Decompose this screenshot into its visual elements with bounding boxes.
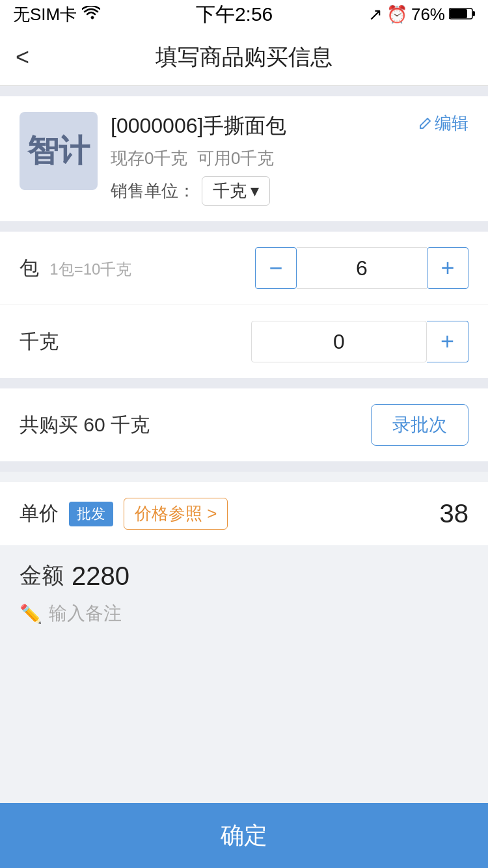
status-right: ↗ ⏰ 76% <box>368 5 475 25</box>
total-text: 共购买 60 千克 <box>20 412 150 439</box>
summary-row: 共购买 60 千克 录批次 <box>0 388 488 461</box>
bag-qty-input[interactable] <box>297 247 427 289</box>
product-unit-row: 销售单位： 千克 ▾ <box>111 176 468 206</box>
price-label: 单价 <box>20 500 59 527</box>
battery-text: 76% <box>411 5 445 25</box>
mid-divider2 <box>0 378 488 388</box>
product-stock: 现存0千克 可用0千克 <box>111 147 468 170</box>
bag-label: 包 1包=10千克 <box>20 255 255 282</box>
confirm-label: 确定 <box>221 820 267 852</box>
kg-qty-control: + <box>251 321 468 362</box>
kg-plus-button[interactable]: + <box>427 321 468 362</box>
confirm-button[interactable]: 确定 <box>0 803 488 868</box>
pencil-icon: ✏️ <box>20 603 42 625</box>
status-time: 下午2:56 <box>196 1 273 28</box>
chevron-down-icon: ▾ <box>251 181 259 201</box>
bag-qty-control: − + <box>255 247 468 289</box>
kg-label: 千克 <box>20 329 251 355</box>
kg-qty-input[interactable] <box>251 321 427 362</box>
kg-row: 千克 + <box>0 305 488 378</box>
product-image: 智计 <box>20 112 98 190</box>
mid-divider3 <box>0 461 488 472</box>
bag-input-section: 包 1包=10千克 − + 千克 + <box>0 232 488 378</box>
svg-rect-2 <box>450 9 467 18</box>
battery-icon <box>449 5 475 25</box>
remark-placeholder: 输入备注 <box>49 601 122 626</box>
product-card: 智计 [0000006]手撕面包 编辑 现存0千克 可用0千克 销售单位： 千克… <box>0 96 488 221</box>
status-bar: 无SIM卡 下午2:56 ↗ ⏰ 76% <box>0 0 488 29</box>
edit-button[interactable]: 编辑 <box>418 112 468 135</box>
nav-bar: < 填写商品购买信息 <box>0 29 488 86</box>
product-header: [0000006]手撕面包 编辑 <box>111 112 468 141</box>
amount-section: 金额 2280 ✏️ 输入备注 <box>0 545 488 636</box>
page-title: 填写商品购买信息 <box>156 42 332 72</box>
alarm-icon: ⏰ <box>386 5 407 25</box>
batch-button[interactable]: 录批次 <box>371 404 468 446</box>
carrier-text: 无SIM卡 <box>13 3 77 26</box>
price-value: 38 <box>440 499 469 528</box>
back-button[interactable]: < <box>16 44 29 71</box>
amount-value: 2280 <box>72 562 129 591</box>
wifi-icon <box>82 5 100 25</box>
status-left: 无SIM卡 <box>13 3 100 26</box>
price-ref-button[interactable]: 价格参照 > <box>124 498 228 530</box>
svg-rect-1 <box>472 11 475 16</box>
amount-label: 金额 <box>20 561 64 591</box>
product-name: [0000006]手撕面包 <box>111 112 418 141</box>
product-logo: 智计 <box>27 130 90 172</box>
amount-row: 金额 2280 <box>20 561 468 591</box>
bag-hint: 1包=10千克 <box>49 260 131 278</box>
bag-plus-button[interactable]: + <box>427 247 468 289</box>
product-info: [0000006]手撕面包 编辑 现存0千克 可用0千克 销售单位： 千克 ▾ <box>111 112 468 206</box>
top-divider <box>0 86 488 96</box>
unit-select[interactable]: 千克 ▾ <box>202 176 270 206</box>
price-section: 单价 批发 价格参照 > 38 <box>0 482 488 545</box>
bag-row: 包 1包=10千克 − + <box>0 232 488 305</box>
remark-row[interactable]: ✏️ 输入备注 <box>20 601 468 626</box>
bag-minus-button[interactable]: − <box>255 247 297 289</box>
mid-divider1 <box>0 221 488 232</box>
price-type-tag: 批发 <box>69 502 113 526</box>
location-icon: ↗ <box>368 5 383 25</box>
